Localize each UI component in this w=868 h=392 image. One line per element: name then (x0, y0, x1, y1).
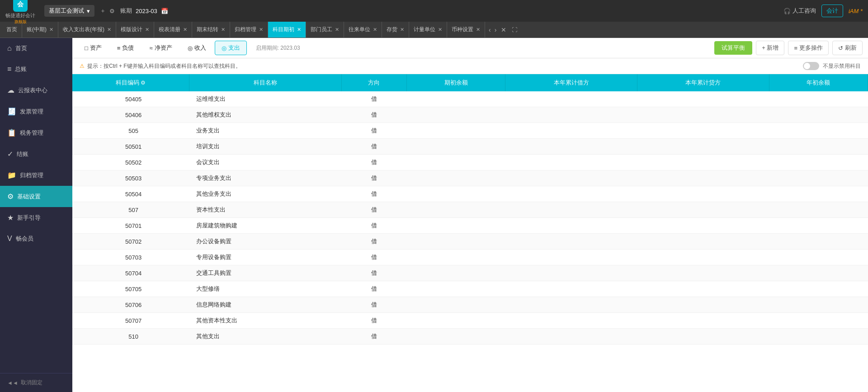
table-row[interactable]: 50704 交通工具购置 借 (72, 265, 868, 281)
cell-direction: 借 (341, 123, 406, 139)
tab-unit[interactable]: 计量单位 ✕ (409, 22, 447, 38)
equity-icon: ≈ (149, 45, 152, 52)
tab-unit-close[interactable]: ✕ (438, 27, 442, 33)
tab-dept-staff[interactable]: 部门员工 ✕ (306, 22, 344, 38)
tab-currency-close[interactable]: ✕ (476, 27, 480, 33)
sub-tab-equity-label: 净资产 (155, 44, 172, 52)
add-company-icon[interactable]: ＋ (100, 7, 106, 15)
col-direction: 方向 (341, 74, 406, 91)
col-settings-icon[interactable]: ⚙ (141, 80, 146, 86)
tab-mid-report-close[interactable]: ✕ (49, 27, 53, 33)
sidebar-item-reports[interactable]: ☁ 云报表中心 (0, 80, 72, 101)
sidebar-item-settings[interactable]: ⚙ 基础设置 (0, 186, 72, 207)
add-button[interactable]: + 新增 (756, 41, 784, 55)
cell-direction: 借 (341, 139, 406, 155)
table-row[interactable]: 50702 办公设备购置 借 (72, 234, 868, 250)
table-row[interactable]: 50705 大型修缮 借 (72, 281, 868, 297)
calendar-icon[interactable]: 📅 (161, 8, 168, 14)
period-display: 启用期间: 2023.03 (256, 44, 300, 52)
tab-prev-button[interactable]: ‹ (487, 26, 493, 33)
cell-name: 运维维支出 (189, 91, 341, 107)
cell-ytd-credit (637, 107, 769, 123)
top-header: 会 畅捷通好会计 旗舰版 基层工会测试 ▾ ＋ ⚙ 账期 2023-03 📅 🎧… (0, 0, 868, 22)
tab-inventory-close[interactable]: ✕ (400, 27, 404, 33)
sidebar-item-home[interactable]: ⌂ 首页 (0, 38, 72, 59)
tab-subject-init[interactable]: 科目期初 ✕ (268, 22, 306, 38)
sidebar-item-guide[interactable]: ★ 新手引导 (0, 207, 72, 228)
tab-period-transfer-close[interactable]: ✕ (221, 27, 225, 33)
table-row[interactable]: 50501 培训支出 借 (72, 139, 868, 155)
table-row[interactable]: 50706 信息网络购建 借 (72, 297, 868, 313)
cell-name: 大型修缮 (189, 281, 341, 297)
refresh-button[interactable]: ↺ 刷新 (832, 41, 863, 55)
table-row[interactable]: 50503 专项业务支出 借 (72, 170, 868, 186)
cell-ytd-debit (505, 329, 637, 345)
tab-archive-close[interactable]: ✕ (259, 27, 263, 33)
headset-icon: 🎧 (783, 8, 791, 14)
tab-annual-report-close[interactable]: ✕ (107, 27, 111, 33)
cell-year-opening (769, 297, 868, 313)
tax-icon: 📋 (7, 128, 16, 137)
cell-code: 50705 (72, 281, 189, 297)
table-row[interactable]: 50504 其他业务支出 借 (72, 186, 868, 202)
tab-partners-close[interactable]: ✕ (373, 27, 377, 33)
sidebar-item-invoice[interactable]: 🧾 发票管理 (0, 101, 72, 122)
tab-partners[interactable]: 往来单位 ✕ (344, 22, 382, 38)
sidebar-item-member[interactable]: V 畅会员 (0, 228, 72, 249)
tab-template-close[interactable]: ✕ (145, 27, 149, 33)
sidebar-item-ledger[interactable]: ≡ 总账 (0, 59, 72, 80)
table-row[interactable]: 505 业务支出 借 (72, 123, 868, 139)
tab-fullscreen-button[interactable]: ⛶ (509, 27, 520, 33)
settings-icon[interactable]: ⚙ (109, 8, 115, 14)
table-row[interactable]: 50701 房屋建筑物购建 借 (72, 218, 868, 234)
sub-tab-liability[interactable]: ≡ 负债 (110, 41, 141, 55)
tab-next-button[interactable]: › (493, 26, 499, 33)
company-selector[interactable]: 基层工会测试 ▾ (44, 5, 94, 17)
more-button[interactable]: ≡ 更多操作 (788, 41, 829, 55)
table-row[interactable]: 50707 其他资本性支出 借 (72, 313, 868, 329)
cell-year-opening (769, 202, 868, 218)
sub-tab-asset[interactable]: □ 资产 (78, 41, 108, 55)
tab-dept-staff-close[interactable]: ✕ (335, 27, 339, 33)
cell-direction: 借 (341, 281, 406, 297)
tab-subject-init-close[interactable]: ✕ (297, 27, 301, 33)
sidebar-member-label: 畅会员 (16, 235, 33, 243)
table-row[interactable]: 50502 会议支出 借 (72, 155, 868, 170)
more-icon: ≡ (794, 45, 797, 52)
table-row[interactable]: 50406 其他维权支出 借 (72, 107, 868, 123)
tab-currency[interactable]: 币种设置 ✕ (447, 22, 485, 38)
tab-tax-schedule-close[interactable]: ✕ (183, 27, 187, 33)
sub-tab-expense[interactable]: ◎ 支出 (215, 41, 247, 55)
tab-period-transfer[interactable]: 期末结转 ✕ (192, 22, 230, 38)
tab-annual-report[interactable]: 收入支出表(年报) ✕ (58, 22, 116, 38)
cell-ytd-debit (505, 281, 637, 297)
member-icon: V (7, 235, 12, 243)
tab-close-all-button[interactable]: ✕ (498, 26, 509, 33)
cell-name: 信息网络购建 (189, 297, 341, 313)
table-row[interactable]: 50703 专用设备购置 借 (72, 250, 868, 265)
tab-mid-report[interactable]: 账(中期) ✕ (22, 22, 58, 38)
table-row[interactable]: 510 其他支出 借 (72, 329, 868, 345)
col-name: 科目名称 (189, 74, 341, 91)
disable-toggle[interactable] (803, 62, 819, 70)
balance-button[interactable]: 试算平衡 (714, 41, 752, 55)
tab-archive[interactable]: 归档管理 ✕ (230, 22, 268, 38)
close-icon: ✓ (7, 150, 13, 158)
table-row[interactable]: 50405 运维维支出 借 (72, 91, 868, 107)
sidebar-item-close[interactable]: ✓ 结账 (0, 143, 72, 165)
sidebar-item-tax[interactable]: 📋 税务管理 (0, 122, 72, 143)
add-label: + 新增 (762, 44, 778, 52)
table-row[interactable]: 507 资本性支出 借 (72, 202, 868, 218)
account-button[interactable]: 会计 (821, 5, 843, 17)
tab-archive-label: 归档管理 (235, 26, 256, 33)
sidebar-item-archive[interactable]: 📁 归档管理 (0, 165, 72, 186)
subject-table: 科目编码 ⚙ 科目名称 方向 期初余额 本年累计借方 本年累计贷方 年初余额 5… (72, 74, 868, 345)
support-button[interactable]: 🎧 人工咨询 (783, 7, 816, 15)
tab-tax-schedule[interactable]: 税表清册 ✕ (154, 22, 192, 38)
tab-home[interactable]: 首页 (2, 22, 22, 38)
sub-tab-income[interactable]: ◎ 收入 (181, 41, 213, 55)
sub-tab-equity[interactable]: ≈ 净资产 (142, 41, 179, 55)
sidebar-pin-button[interactable]: ◄◄ 取消固定 (0, 373, 72, 392)
tab-template[interactable]: 模版设计 ✕ (116, 22, 154, 38)
tab-inventory[interactable]: 存货 ✕ (382, 22, 409, 38)
